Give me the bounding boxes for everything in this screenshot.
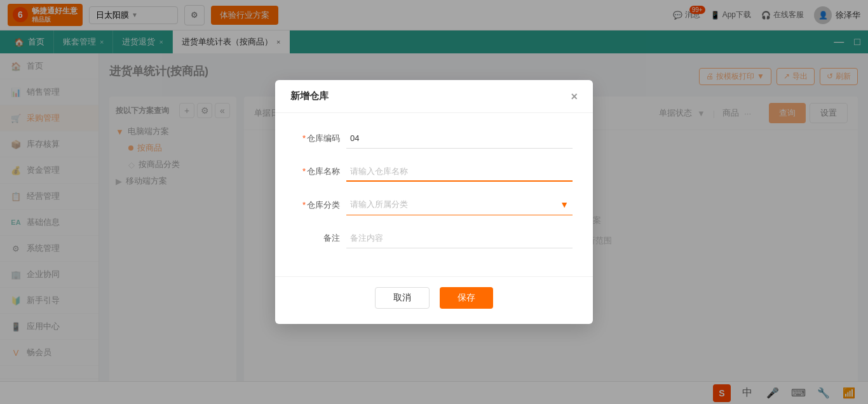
modal-close-button[interactable]: × (571, 91, 578, 102)
modal-header: 新增仓库 × (275, 80, 593, 113)
warehouse-category-label: 仓库分类 (295, 199, 346, 211)
modal-title: 新增仓库 (290, 90, 329, 102)
category-placeholder: 请输入所属分类 (350, 199, 560, 210)
warehouse-name-input[interactable] (346, 161, 573, 182)
warehouse-name-row: 仓库名称 (295, 161, 573, 182)
warehouse-code-row: 仓库编码 (295, 128, 573, 149)
modal-body: 仓库编码 仓库名称 仓库分类 请输入所属分类 ▼ 备注 (275, 113, 593, 276)
warehouse-remark-input[interactable] (346, 228, 573, 248)
save-button[interactable]: 保存 (440, 287, 493, 309)
warehouse-category-row: 仓库分类 请输入所属分类 ▼ (295, 194, 573, 215)
category-dropdown-icon: ▼ (560, 199, 569, 210)
new-warehouse-modal: 新增仓库 × 仓库编码 仓库名称 仓库分类 请输入所属分类 ▼ (275, 80, 593, 324)
warehouse-category-select[interactable]: 请输入所属分类 ▼ (346, 194, 573, 215)
warehouse-remark-row: 备注 (295, 228, 573, 248)
warehouse-remark-label: 备注 (295, 232, 346, 244)
modal-overlay: 新增仓库 × 仓库编码 仓库名称 仓库分类 请输入所属分类 ▼ (0, 0, 868, 404)
warehouse-code-input[interactable] (346, 128, 573, 149)
cancel-button[interactable]: 取消 (375, 287, 430, 309)
modal-footer: 取消 保存 (275, 276, 593, 324)
warehouse-code-label: 仓库编码 (295, 133, 346, 144)
warehouse-name-label: 仓库名称 (295, 166, 346, 177)
